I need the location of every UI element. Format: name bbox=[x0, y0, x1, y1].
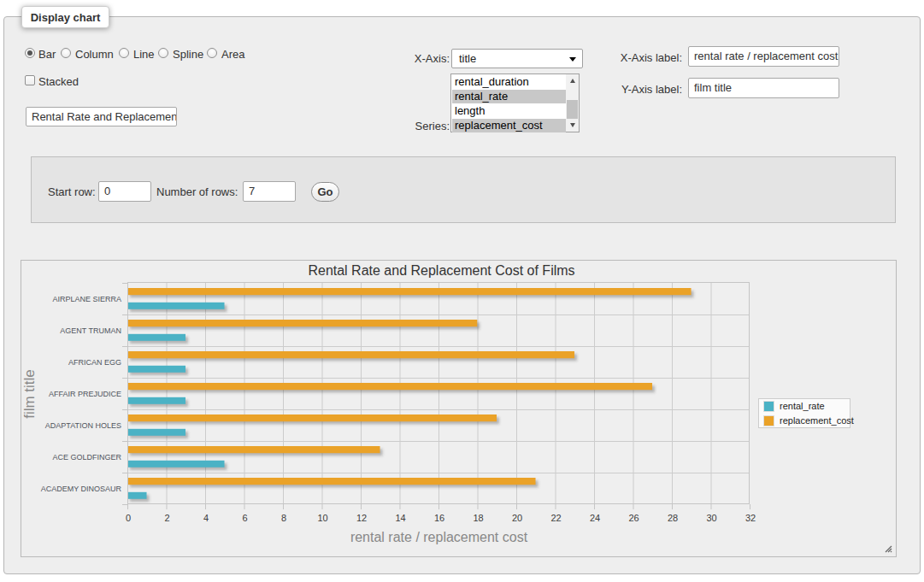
svg-text:AFRICAN EGG: AFRICAN EGG bbox=[68, 358, 121, 367]
svg-text:ACADEMY DINOSAUR: ACADEMY DINOSAUR bbox=[41, 485, 122, 493]
svg-text:14: 14 bbox=[395, 513, 405, 523]
svg-text:16: 16 bbox=[434, 513, 444, 523]
svg-text:film title: film title bbox=[21, 369, 38, 419]
svg-text:rental_rate: rental_rate bbox=[780, 401, 825, 411]
svg-text:8: 8 bbox=[281, 513, 286, 523]
svg-text:0: 0 bbox=[126, 513, 131, 523]
svg-text:12: 12 bbox=[356, 513, 367, 523]
svg-text:ADAPTATION HOLES: ADAPTATION HOLES bbox=[45, 421, 121, 430]
svg-text:Rental Rate and Replacement Co: Rental Rate and Replacement Cost of Film… bbox=[308, 263, 574, 278]
svg-text:22: 22 bbox=[550, 513, 561, 523]
svg-text:26: 26 bbox=[628, 513, 639, 523]
svg-text:4: 4 bbox=[203, 513, 209, 523]
svg-text:10: 10 bbox=[317, 513, 327, 523]
svg-text:24: 24 bbox=[590, 513, 600, 523]
svg-text:AIRPLANE SIERRA: AIRPLANE SIERRA bbox=[52, 295, 121, 303]
svg-text:28: 28 bbox=[668, 513, 678, 523]
svg-text:2: 2 bbox=[164, 513, 169, 523]
svg-text:replacement_cost: replacement_cost bbox=[780, 415, 854, 426]
svg-text:18: 18 bbox=[473, 513, 483, 523]
svg-text:20: 20 bbox=[512, 513, 522, 523]
svg-text:ACE GOLDFINGER: ACE GOLDFINGER bbox=[52, 453, 121, 461]
svg-text:AFFAIR PREJUDICE: AFFAIR PREJUDICE bbox=[49, 390, 121, 398]
svg-text:30: 30 bbox=[706, 513, 716, 523]
svg-text:AGENT TRUMAN: AGENT TRUMAN bbox=[60, 326, 121, 335]
svg-text:32: 32 bbox=[745, 513, 756, 523]
svg-text:rental rate / replacement cost: rental rate / replacement cost bbox=[350, 530, 528, 544]
svg-text:6: 6 bbox=[242, 513, 247, 523]
